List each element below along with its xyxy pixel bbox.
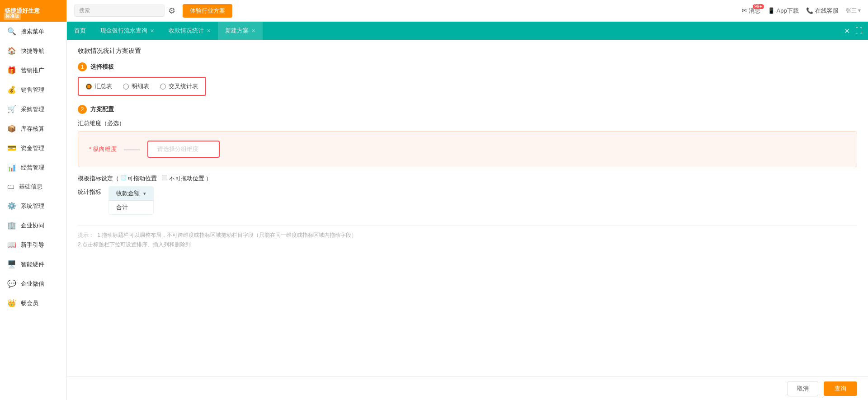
sidebar-item-sales[interactable]: 💰 销售管理	[0, 80, 66, 99]
sidebar-logo: 畅捷通好生意 标准版	[0, 0, 66, 22]
card-icon: 💳	[7, 144, 16, 152]
draggable-indicator	[121, 175, 126, 180]
service-icon: 📞	[806, 7, 813, 14]
message-icon: ✉	[742, 7, 747, 14]
section2-title: 方案配置	[90, 105, 114, 113]
tip1: 提示： 1.拖动标题栏可以调整布局，不可跨维度或指标区域拖动栏目字段（只能在同一…	[78, 231, 857, 239]
chevron-down-icon[interactable]: ▾	[143, 191, 146, 197]
dim-selector-placeholder: 请选择分组维度	[157, 146, 198, 152]
sidebar-item-label: 企业微信	[21, 280, 44, 288]
non-draggable-indicator	[162, 175, 167, 180]
sidebar-item-finance[interactable]: 💳 资金管理	[0, 138, 66, 158]
tips-section: 提示： 1.拖动标题栏可以调整布局，不可跨维度或指标区域拖动栏目字段（只能在同一…	[78, 226, 857, 249]
version-tag: 标准版	[4, 13, 21, 20]
tab-collection[interactable]: 收款情况统计 ✕	[161, 22, 218, 40]
user-info[interactable]: 张三 ▾	[846, 7, 861, 14]
sidebar-item-inventory[interactable]: 📦 库存核算	[0, 119, 66, 138]
metrics-header-label: 收款金额	[116, 189, 140, 198]
money-icon: 💰	[7, 85, 16, 94]
tab-new-plan[interactable]: 新建方案 ✕	[218, 22, 263, 40]
building-icon: 🏢	[7, 221, 16, 230]
tab-collection-close[interactable]: ✕	[207, 28, 211, 34]
search-placeholder: 搜索	[79, 7, 90, 14]
sidebar-item-label: 企业协同	[21, 221, 44, 230]
query-button[interactable]: 查询	[824, 381, 857, 396]
template-option-cross[interactable]: 交叉统计表	[160, 82, 198, 90]
template-radio-summary[interactable]	[86, 84, 92, 89]
sidebar-item-label: 销售管理	[21, 86, 44, 94]
metrics-row: 合计	[109, 201, 153, 214]
notification-badge[interactable]: ✉ 消息 99+	[742, 7, 760, 15]
download-link[interactable]: 📱 App下载	[768, 7, 799, 15]
sidebar-item-marketing[interactable]: 🎁 营销推广	[0, 61, 66, 80]
metrics-group-label: 统计指标	[78, 188, 101, 215]
file-icon: 🗃	[7, 183, 14, 191]
sidebar-item-label: 经营管理	[21, 164, 44, 172]
sidebar-item-basic[interactable]: 🗃 基础信息	[0, 177, 66, 196]
sidebar-item-nav[interactable]: 🏠 快捷导航	[0, 41, 66, 61]
template-radio-cross[interactable]	[160, 84, 166, 89]
tab-new-plan-close[interactable]: ✕	[251, 28, 255, 34]
tab-bank-label: 现金银行流水查询	[100, 27, 147, 35]
page-title: 收款情况统计方案设置	[78, 47, 857, 55]
sidebar-item-purchase[interactable]: 🛒 采购管理	[0, 99, 66, 119]
tab-close-icon[interactable]: ✕	[844, 27, 850, 35]
dim-selector[interactable]: 请选择分组维度	[147, 141, 220, 158]
section1-header: 1 选择模板	[78, 62, 857, 71]
template-option-detail[interactable]: 明细表	[123, 82, 149, 90]
download-icon: 📱	[768, 7, 775, 14]
sidebar-item-member[interactable]: 👑 畅会员	[0, 293, 66, 313]
config-section: 汇总维度（必选） * 纵向维度 —— 请选择分组维度 模板	[78, 119, 857, 215]
header: 搜索 ⚙ 体验行业方案 ✉ 消息 99+ 📱 App下载 📞 在线客服 张三 ▾	[67, 0, 868, 22]
sidebar-item-wechat[interactable]: 💬 企业微信	[0, 274, 66, 293]
tab-actions: ✕ ⛶	[839, 22, 868, 40]
cart-icon: 🛒	[7, 105, 16, 113]
tip2: 2.点击标题栏下拉可设置排序、插入列和删除列	[78, 241, 857, 249]
service-label: 在线客服	[815, 7, 839, 15]
sidebar-item-label: 快捷导航	[21, 47, 44, 55]
sidebar-item-enterprise[interactable]: 🏢 企业协同	[0, 216, 66, 235]
metrics-table: 收款金额 ▾ 合计	[108, 186, 154, 215]
sidebar-item-guide[interactable]: 📖 新手引导	[0, 235, 66, 254]
template-option-summary[interactable]: 汇总表	[86, 82, 112, 90]
trial-button[interactable]: 体验行业方案	[183, 4, 232, 18]
template-cross-label: 交叉统计表	[169, 82, 198, 90]
metrics-header[interactable]: 收款金额 ▾	[109, 187, 153, 201]
home-icon: 🏠	[7, 47, 16, 55]
tab-expand-icon[interactable]: ⛶	[855, 27, 863, 35]
notification-count: 99+	[753, 4, 764, 9]
header-right: ✉ 消息 99+ 📱 App下载 📞 在线客服 张三 ▾	[742, 7, 861, 15]
section1-title: 选择模板	[90, 63, 114, 71]
gift-icon: 🎁	[7, 66, 16, 75]
sidebar-item-operations[interactable]: 📊 经营管理	[0, 158, 66, 177]
service-link[interactable]: 📞 在线客服	[806, 7, 839, 15]
box-icon: 📦	[7, 124, 16, 133]
tab-bank[interactable]: 现金银行流水查询 ✕	[93, 22, 161, 40]
settings-icon[interactable]: ⚙	[168, 6, 175, 16]
arrow-icon: ——	[124, 145, 140, 154]
chart-icon: 📊	[7, 163, 16, 172]
sidebar-item-label: 资金管理	[21, 144, 44, 152]
header-left: 搜索 ⚙	[74, 5, 175, 17]
tab-collection-label: 收款情况统计	[169, 27, 204, 35]
dimension-title-text: 汇总维度（必选）	[78, 120, 125, 127]
crown-icon: 👑	[7, 299, 16, 307]
search-icon: 🔍	[7, 27, 16, 36]
metrics-section: 模板指标设定（ 可拖动位置 不可拖动位置 ） 统计指标	[78, 174, 857, 215]
template-radio-detail[interactable]	[123, 84, 129, 89]
tab-bank-close[interactable]: ✕	[150, 28, 154, 34]
tab-home[interactable]: 首页	[67, 22, 93, 40]
sidebar-item-system[interactable]: ⚙️ 系统管理	[0, 196, 66, 216]
sidebar-item-label: 基础信息	[19, 183, 42, 191]
sidebar-item-label: 系统管理	[21, 202, 44, 210]
sidebar-item-search[interactable]: 🔍 搜索菜单	[0, 22, 66, 41]
sidebar-item-label: 智能硬件	[21, 260, 44, 268]
sidebar-item-label: 新手引导	[21, 241, 44, 249]
section1-num: 1	[78, 62, 87, 71]
dim-row: * 纵向维度 —— 请选择分组维度	[89, 141, 846, 158]
sidebar-item-hardware[interactable]: 🖥️ 智能硬件	[0, 254, 66, 274]
main-area: 搜索 ⚙ 体验行业方案 ✉ 消息 99+ 📱 App下载 📞 在线客服 张三 ▾	[67, 0, 868, 400]
cancel-button[interactable]: 取消	[788, 381, 818, 396]
header-search[interactable]: 搜索	[74, 5, 165, 17]
template-selection-box: 汇总表 明细表 交叉统计表	[78, 77, 206, 96]
